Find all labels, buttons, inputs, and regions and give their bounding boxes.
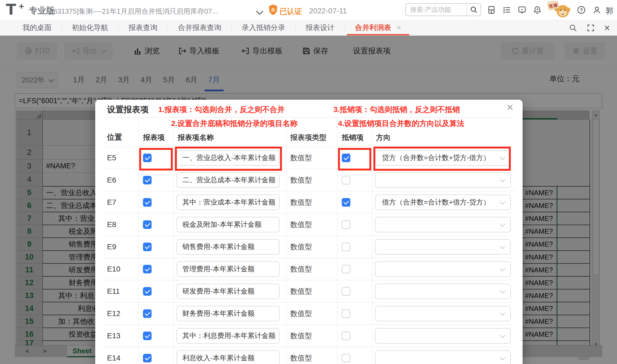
direction-select[interactable]	[375, 328, 511, 344]
report-items-table: 位置 报表项 报表项名称 报表项类型 抵销项 方向 E5 一、营业总收入-本年累…	[103, 117, 515, 364]
svg-text:?: ?	[580, 7, 583, 13]
offset-item-checkbox[interactable]	[342, 287, 350, 296]
close-icon[interactable]: ×	[506, 101, 513, 113]
direction-select[interactable]	[375, 239, 511, 255]
report-item-name-input[interactable]: 管理费用-本年累计金额	[177, 261, 280, 277]
report-item-checkbox[interactable]	[143, 198, 152, 207]
direction-select[interactable]	[375, 306, 511, 321]
search-icon[interactable]	[569, 24, 577, 32]
chevron-down-icon	[500, 244, 505, 249]
tab-close-icon[interactable]: ×	[396, 23, 401, 32]
direction-select[interactable]	[375, 261, 511, 277]
direction-select[interactable]: 借方（合并数=合计数+借方-贷方）	[375, 195, 511, 210]
table-row: E6 二、营业总成本-本年累计金额 数值型	[103, 169, 515, 191]
tab-my-desktop[interactable]: 我的桌面	[12, 20, 62, 35]
report-item-checkbox[interactable]	[143, 154, 152, 162]
direction-select[interactable]	[375, 284, 511, 299]
username-label[interactable]: 郭	[606, 6, 613, 16]
cell-position: E8	[103, 214, 139, 235]
report-item-name-input[interactable]: 一、营业总收入-本年累计金额	[177, 150, 280, 166]
task-list-icon[interactable]	[502, 5, 511, 14]
account-set-title[interactable]: [631375]集测----21年1月启用合并抵消只启用库存07...	[52, 7, 218, 16]
search-input[interactable]	[406, 6, 464, 13]
chevron-down-icon	[500, 266, 505, 271]
report-item-name-input[interactable]: 其中：营业成本-本年累计金额	[177, 195, 280, 210]
cell-type: 数值型	[287, 191, 337, 213]
offset-item-checkbox[interactable]	[342, 265, 350, 273]
table-row: E13 其中：利息费用-本年累计金额 数值型	[103, 325, 515, 347]
report-item-name-input[interactable]: 利息收入-本年累计金额	[177, 350, 280, 364]
fullscreen-icon[interactable]	[586, 24, 595, 32]
verified-badge: 已认证	[280, 6, 302, 17]
cell-type: 数值型	[287, 214, 337, 235]
notification-bell-icon[interactable]	[533, 5, 542, 14]
cell-position: E12	[103, 303, 139, 324]
verified-shield-icon: 企	[268, 4, 278, 16]
cell-position: E11	[103, 280, 139, 302]
tab-offset-entry[interactable]: 录入抵销分录	[232, 20, 295, 35]
tab-consolidated-income-statement[interactable]: 合并利润表 ×	[345, 20, 412, 35]
tab-init-nav[interactable]: 初始化导航	[62, 20, 118, 35]
report-item-name-input[interactable]: 税金及附加-本年累计金额	[177, 217, 280, 232]
app-header: T + 专业版 [631375]集测----21年1月启用合并抵消只启用库存07…	[0, 0, 617, 20]
report-panel-icon[interactable]	[487, 5, 496, 14]
cell-position: E10	[103, 258, 139, 280]
brand-logo: T	[6, 1, 16, 18]
offset-item-checkbox[interactable]	[342, 198, 350, 207]
search-icon[interactable]	[470, 6, 478, 14]
help-icon[interactable]: ?	[577, 5, 586, 14]
cell-type: 数值型	[287, 325, 337, 347]
tab-report-query[interactable]: 报表查询	[118, 20, 168, 35]
product-search[interactable]	[405, 3, 481, 16]
offset-item-checkbox[interactable]	[342, 154, 350, 162]
cell-position: E14	[103, 347, 139, 364]
chevron-down-icon	[500, 155, 505, 160]
report-item-name-input[interactable]: 财务费用-本年累计金额	[177, 306, 280, 321]
tab-consolidated-report-query[interactable]: 合并报表查询	[168, 20, 232, 35]
report-item-checkbox[interactable]	[143, 220, 152, 229]
chevron-down-icon[interactable]	[256, 8, 263, 15]
direction-select[interactable]	[375, 172, 511, 188]
direction-select[interactable]	[375, 350, 511, 364]
close-icon[interactable]: ×	[604, 23, 610, 33]
report-item-name-input[interactable]: 其中：利息费用-本年累计金额	[177, 328, 280, 344]
cell-position: E13	[103, 325, 139, 347]
report-item-checkbox[interactable]	[143, 287, 152, 296]
report-item-checkbox[interactable]	[143, 309, 152, 318]
annotation-3: 3.抵销项：勾选则抵销，反之则不抵销	[333, 105, 460, 115]
report-item-name-input[interactable]: 销售费用-本年累计金额	[177, 239, 280, 255]
divider	[467, 4, 467, 16]
accounting-date[interactable]: 2022-07-11	[309, 7, 347, 15]
tab-report-design[interactable]: 报表设计	[295, 20, 345, 35]
table-row: E12 财务费用-本年累计金额 数值型	[103, 303, 515, 325]
direction-select[interactable]: 贷方（合并数=合计数+贷方-借方）	[375, 150, 511, 166]
app-window: T + 专业版 [631375]集测----21年1月启用合并抵消只启用库存07…	[0, 0, 617, 364]
offset-item-checkbox[interactable]	[342, 220, 350, 229]
report-item-checkbox[interactable]	[143, 176, 152, 184]
offset-item-checkbox[interactable]	[342, 243, 350, 251]
cell-type: 数值型	[287, 236, 337, 258]
report-item-name-input[interactable]: 研发费用-本年累计金额	[177, 284, 280, 299]
report-item-checkbox[interactable]	[143, 332, 152, 340]
direction-select[interactable]	[375, 217, 511, 232]
report-item-checkbox[interactable]	[143, 354, 152, 362]
annotation-4: 4.设置抵销项目合并数的方向以及算法	[338, 118, 464, 129]
table-row: E8 税金及附加-本年累计金额 数值型	[103, 214, 515, 236]
report-item-checkbox[interactable]	[143, 265, 152, 273]
table-row: E11 研发费用-本年累计金额 数值型	[103, 280, 515, 303]
chevron-down-icon	[500, 333, 505, 338]
offset-item-checkbox[interactable]	[342, 176, 350, 184]
message-icon[interactable]	[517, 5, 527, 14]
report-item-name-input[interactable]: 二、营业总成本-本年累计金额	[177, 172, 280, 188]
module-tabbar: 我的桌面 初始化导航 报表查询 合并报表查询 录入抵销分录 报表设计 合并利润表…	[0, 20, 617, 36]
offset-item-checkbox[interactable]	[342, 332, 350, 340]
cell-position: E5	[103, 147, 139, 169]
user-icon[interactable]	[592, 5, 601, 14]
table-row: E7 其中：营业成本-本年累计金额 数值型 借方（合并数=合计数+借方-贷方）	[103, 191, 515, 214]
offset-item-checkbox[interactable]	[342, 309, 350, 318]
annotation-1: 1.报表项：勾选则合并，反之则不合并	[158, 105, 285, 115]
offset-item-checkbox[interactable]	[342, 354, 350, 362]
report-item-checkbox[interactable]	[143, 243, 152, 251]
set-report-items-dialog: 设置报表项 × 1.报表项：勾选则合并，反之则不合并 3.抵销项：勾选则抵销，反…	[95, 100, 523, 364]
customer-service-mascot[interactable]: 客服	[547, 1, 572, 19]
